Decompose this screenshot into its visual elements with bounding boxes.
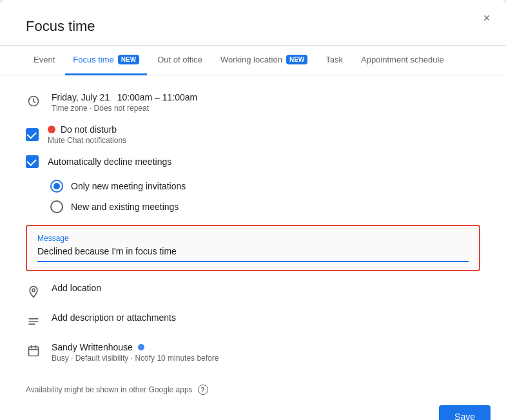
new-badge-working-location: NEW [286, 55, 307, 64]
radio-inner-filled [54, 183, 60, 189]
auto-decline-checkbox[interactable] [26, 155, 39, 168]
timezone-repeat: Time zone · Does not repeat [52, 104, 480, 113]
save-button[interactable]: Save [439, 405, 491, 420]
calendar-name: Sandy Writtenhouse [52, 342, 480, 352]
description-row[interactable]: Add description or attachments [26, 306, 480, 336]
message-label: Message [37, 234, 469, 243]
tab-working-location[interactable]: Working location NEW [213, 46, 315, 75]
availability-row: Availability might be shown in other Goo… [0, 379, 506, 395]
radio-new-existing-button[interactable] [50, 200, 63, 213]
auto-decline-label: Automatically decline meetings [48, 157, 171, 167]
new-badge-focus-time: NEW [118, 55, 139, 64]
dialog-title: Focus time [0, 0, 506, 46]
calendar-dot [138, 344, 144, 350]
form-content: Friday, July 21 10:00am – 11:00am Time z… [0, 75, 506, 379]
message-box: Message [26, 225, 480, 271]
radio-new-existing-label: New and existing meetings [71, 202, 179, 212]
datetime-display: Friday, July 21 10:00am – 11:00am [52, 92, 480, 102]
radio-new-existing[interactable]: New and existing meetings [50, 196, 480, 217]
dialog-footer: Save [0, 395, 506, 420]
tab-bar: Event Focus time NEW Out of office Worki… [0, 46, 506, 75]
radio-only-new-label: Only new meeting invitations [71, 181, 186, 191]
focus-time-dialog: × Focus time Event Focus time NEW Out of… [0, 0, 506, 420]
calendar-sub: Busy · Default visibility · Notify 10 mi… [52, 354, 480, 363]
calendar-row: Sandy Writtenhouse Busy · Default visibi… [26, 336, 480, 369]
svg-point-1 [32, 289, 35, 291]
message-underline [37, 261, 469, 262]
mute-chat-label: Mute Chat notifications [48, 136, 126, 145]
availability-text: Availability might be shown in other Goo… [26, 385, 193, 394]
add-location-label[interactable]: Add location [52, 283, 101, 293]
tab-focus-time[interactable]: Focus time NEW [65, 46, 147, 75]
red-dot-icon [48, 126, 55, 133]
radio-only-new[interactable]: Only new meeting invitations [50, 176, 480, 196]
auto-decline-row: Automatically decline meetings [26, 150, 480, 173]
radio-only-new-button[interactable] [50, 180, 63, 193]
do-not-disturb-label: Do not disturb [48, 124, 126, 135]
help-icon[interactable]: ? [198, 385, 208, 395]
tab-event[interactable]: Event [26, 46, 63, 75]
tab-task[interactable]: Task [318, 46, 351, 75]
message-input[interactable] [37, 246, 469, 256]
location-row[interactable]: Add location [26, 276, 480, 306]
do-not-disturb-checkbox[interactable] [26, 128, 39, 141]
close-button[interactable]: × [476, 8, 497, 28]
radio-options: Only new meeting invitations New and exi… [26, 173, 480, 220]
svg-rect-5 [29, 347, 39, 356]
add-description-label[interactable]: Add description or attachments [52, 312, 176, 323]
datetime-row: Friday, July 21 10:00am – 11:00am Time z… [26, 86, 480, 119]
clock-icon [26, 93, 41, 109]
tab-appointment-schedule[interactable]: Appointment schedule [353, 46, 452, 75]
calendar-icon [26, 343, 41, 359]
tab-out-of-office[interactable]: Out of office [150, 46, 210, 75]
do-not-disturb-row: Do not disturb Mute Chat notifications [26, 119, 480, 150]
description-icon [26, 314, 41, 329]
location-icon [26, 284, 41, 300]
